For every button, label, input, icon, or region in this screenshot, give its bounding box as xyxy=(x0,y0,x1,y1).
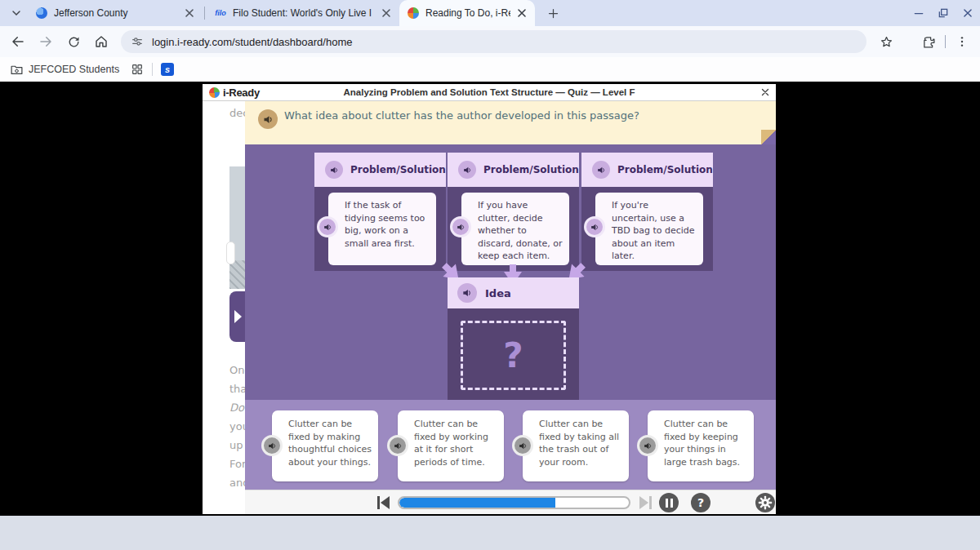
column-panel: If you have clutter, decide whether to d… xyxy=(448,187,579,271)
bookmarks-separator xyxy=(152,63,153,76)
detail-text: If you're uncertain, use a TBD bag to de… xyxy=(612,199,697,263)
managed-folder-label: JEFCOED Students xyxy=(29,64,119,75)
answer-card-1[interactable]: Clutter can be fixed by making thoughtfu… xyxy=(272,410,378,481)
idea-audio-button[interactable] xyxy=(457,283,477,303)
detail-audio-button[interactable] xyxy=(317,216,338,237)
speaker-icon xyxy=(518,441,528,451)
pause-button[interactable] xyxy=(659,493,679,512)
idea-header-label: Idea xyxy=(485,287,511,299)
tab-title: Filo Student: World's Only Live I xyxy=(233,7,375,19)
tab-close-icon[interactable] xyxy=(515,7,528,20)
answer-audio-button[interactable] xyxy=(512,435,533,456)
answer-card-4[interactable]: Clutter can be fixed by keeping your thi… xyxy=(648,410,754,481)
tab-filo-student[interactable]: filo Filo Student: World's Only Live I xyxy=(207,0,399,26)
question-banner: What idea about clutter has the author d… xyxy=(245,101,776,144)
answer-card-3[interactable]: Clutter can be fixed by taking all the t… xyxy=(523,410,629,481)
tab-jefferson-county[interactable]: Jefferson County xyxy=(28,0,203,26)
extensions-button[interactable] xyxy=(917,30,940,53)
site-settings-icon[interactable] xyxy=(131,35,144,48)
minimize-icon[interactable] xyxy=(913,7,924,19)
tab-title: Jefferson County xyxy=(54,7,178,19)
expand-passage-tab[interactable] xyxy=(229,291,245,342)
address-bar[interactable]: login.i-ready.com/student/dashboard/home xyxy=(121,30,866,53)
reload-button[interactable] xyxy=(62,30,85,53)
passage-fragment: tha xyxy=(229,383,245,395)
apps-shortcut[interactable] xyxy=(131,63,144,76)
jefferson-county-favicon xyxy=(36,7,47,19)
scrollbar-thumb[interactable] xyxy=(226,242,235,264)
passage-fragment: Do xyxy=(229,401,245,414)
chromeos-screen: Jefferson County filo Filo Student: Worl… xyxy=(0,0,980,550)
tab-reading-to-do-active[interactable]: Reading To Do, i-Ready xyxy=(399,0,535,26)
pause-icon xyxy=(666,499,673,508)
answer-card-2[interactable]: Clutter can be fixed by working at it fo… xyxy=(398,410,504,481)
detail-audio-button[interactable] xyxy=(584,216,605,237)
drop-zone-placeholder: ? xyxy=(503,335,523,375)
question-mark-icon: ? xyxy=(697,496,704,509)
chevron-down-icon xyxy=(10,7,23,20)
header-audio-button[interactable] xyxy=(592,161,610,179)
forward-icon xyxy=(38,34,53,49)
skip-back-button[interactable] xyxy=(376,495,391,510)
quiz-close-icon[interactable] xyxy=(760,86,771,98)
restore-icon[interactable] xyxy=(938,7,949,19)
settings-button[interactable] xyxy=(755,493,775,512)
bookmark-s-favicon[interactable]: s xyxy=(161,63,174,76)
toolbar-separator xyxy=(945,35,946,48)
browser-toolbar: login.i-ready.com/student/dashboard/home xyxy=(0,26,980,57)
tab-strip: Jefferson County filo Filo Student: Worl… xyxy=(0,0,980,26)
play-arrow-icon xyxy=(234,310,242,323)
bookmarks-bar: JEFCOED Students s xyxy=(0,57,980,82)
passage-fragment: and xyxy=(229,477,245,489)
quiz-header: i-Ready Analyzing Problem and Solution T… xyxy=(203,84,776,101)
managed-bookmarks-folder[interactable]: JEFCOED Students xyxy=(10,63,126,77)
detail-audio-button[interactable] xyxy=(450,216,471,237)
speaker-icon xyxy=(323,222,333,233)
column-header: Problem/Solution xyxy=(581,153,713,187)
plus-icon xyxy=(547,7,559,20)
answer-text: Clutter can be fixed by taking all the t… xyxy=(539,418,623,468)
answer-audio-button[interactable] xyxy=(637,435,658,456)
header-audio-button[interactable] xyxy=(325,161,343,179)
column-panel: If you're uncertain, use a TBD bag to de… xyxy=(581,187,713,271)
progress-fill xyxy=(399,498,555,508)
tab-close-icon[interactable] xyxy=(380,7,393,20)
home-button[interactable] xyxy=(90,30,113,53)
answer-text: Clutter can be fixed by working at it fo… xyxy=(414,418,498,468)
iready-quiz-window: i-Ready Analyzing Problem and Solution T… xyxy=(203,84,776,514)
answer-choices-tray: Clutter can be fixed by making thoughtfu… xyxy=(245,400,776,490)
answer-audio-button[interactable] xyxy=(387,435,408,456)
passage-fragment: up xyxy=(229,439,245,451)
passage-fragment: dec xyxy=(229,107,245,119)
question-text: What idea about clutter has the author d… xyxy=(284,107,743,124)
help-button[interactable]: ? xyxy=(691,493,710,512)
tab-close-icon[interactable] xyxy=(183,7,196,20)
back-button[interactable] xyxy=(7,30,29,53)
new-tab-button[interactable] xyxy=(541,2,564,24)
gear-icon xyxy=(758,495,773,510)
speaker-icon xyxy=(461,287,473,299)
browser-menu-button[interactable] xyxy=(951,30,973,53)
bookmark-star-button[interactable] xyxy=(875,30,898,53)
answer-audio-button[interactable] xyxy=(261,435,283,456)
three-dot-menu-icon xyxy=(956,35,969,48)
passage-fragment: For xyxy=(229,458,245,470)
forward-button[interactable] xyxy=(34,30,57,53)
detail-box: If you're uncertain, use a TBD bag to de… xyxy=(595,193,703,265)
problem-solution-column-1: Problem/Solution If the task of tidying … xyxy=(314,153,446,271)
speaker-icon xyxy=(456,222,466,233)
window-controls xyxy=(913,0,973,26)
tab-search-button[interactable] xyxy=(5,2,28,24)
chromeos-shelf: 4 Oct 23 9:41 US xyxy=(0,516,980,550)
progress-bar[interactable] xyxy=(398,496,630,509)
column-header-label: Problem/Solution xyxy=(617,164,713,175)
header-audio-button[interactable] xyxy=(458,161,476,179)
column-header-label: Problem/Solution xyxy=(483,164,579,175)
close-icon[interactable] xyxy=(962,7,973,19)
lesson-page-strip: dec One tha Do you up For and xyxy=(203,101,245,514)
skip-forward-button[interactable] xyxy=(638,495,653,510)
reload-icon xyxy=(67,35,81,49)
answer-drop-zone[interactable]: ? xyxy=(461,321,566,390)
question-audio-button[interactable] xyxy=(258,109,278,129)
url-text: login.i-ready.com/student/dashboard/home xyxy=(152,36,352,48)
